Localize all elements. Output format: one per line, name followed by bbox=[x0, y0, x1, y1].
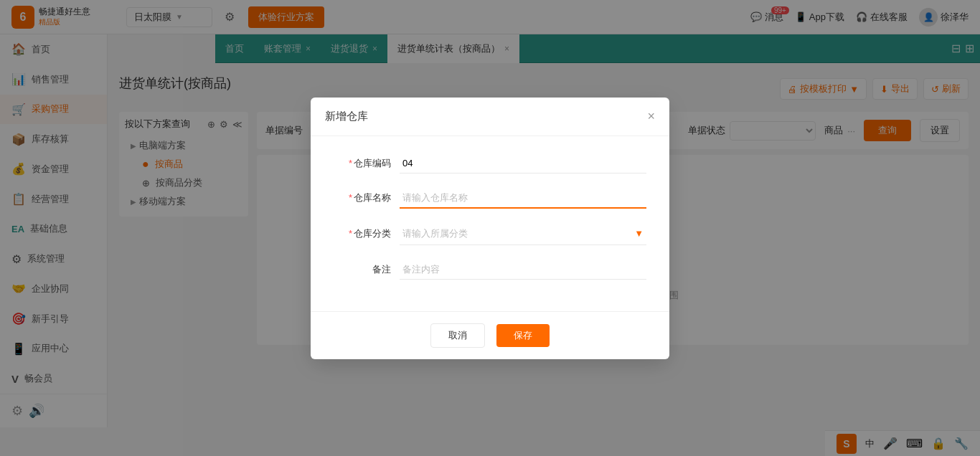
form-row-name: 仓库名称 bbox=[334, 188, 646, 209]
modal-title: 新增仓库 bbox=[325, 110, 368, 123]
name-label: 仓库名称 bbox=[334, 191, 391, 204]
modal-footer: 取消 保存 bbox=[311, 311, 669, 359]
category-label: 仓库分类 bbox=[334, 227, 391, 240]
note-input[interactable] bbox=[400, 260, 646, 280]
save-button[interactable]: 保存 bbox=[496, 324, 550, 347]
name-input[interactable] bbox=[400, 188, 646, 209]
category-select[interactable]: 请输入所属分类 ▼ bbox=[400, 223, 646, 245]
modal-add-warehouse: 新增仓库 × 仓库编码 仓库名称 仓库分类 请输入所属分类 ▼ bbox=[311, 98, 669, 359]
form-row-code: 仓库编码 bbox=[334, 153, 646, 174]
category-placeholder: 请输入所属分类 bbox=[402, 227, 468, 240]
category-chevron-icon: ▼ bbox=[634, 228, 644, 239]
modal-body: 仓库编码 仓库名称 仓库分类 请输入所属分类 ▼ 备注 bbox=[311, 136, 669, 311]
modal-close-button[interactable]: × bbox=[647, 109, 655, 124]
form-row-note: 备注 bbox=[334, 260, 646, 280]
modal-overlay[interactable]: 新增仓库 × 仓库编码 仓库名称 仓库分类 请输入所属分类 ▼ bbox=[0, 0, 980, 427]
code-input[interactable] bbox=[400, 153, 646, 174]
modal-header: 新增仓库 × bbox=[311, 98, 669, 136]
form-row-category: 仓库分类 请输入所属分类 ▼ bbox=[334, 223, 646, 245]
code-label: 仓库编码 bbox=[334, 157, 391, 170]
note-label: 备注 bbox=[334, 263, 391, 276]
cancel-button[interactable]: 取消 bbox=[430, 323, 485, 348]
